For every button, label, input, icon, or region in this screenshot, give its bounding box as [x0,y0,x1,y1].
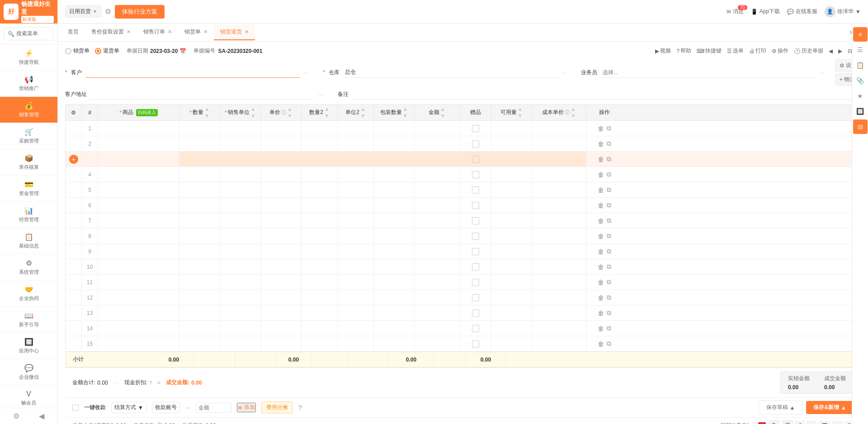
sidebar-settings-button[interactable]: ⚙ [13,412,19,420]
payment-amount-input[interactable] [195,403,231,413]
warehouse-more-icon[interactable]: ··· [561,69,567,76]
row-8-product-input[interactable] [100,233,177,239]
s-icon[interactable]: S [758,422,766,424]
row-15-product-input[interactable] [100,341,177,347]
row-1-avail-input[interactable] [493,125,530,132]
row-3-product-input[interactable] [100,156,177,162]
address-more-icon[interactable]: ··· [318,91,323,98]
row-3-copy-icon[interactable]: ⧉ [607,155,611,163]
row-1-cost[interactable] [532,121,586,136]
user-menu[interactable]: 👤 徐泽华 ▼ [825,6,861,17]
sidebar-item-apps[interactable]: 🔲 应用中心 [0,333,57,359]
row-1-avail[interactable] [491,121,532,136]
row-14-delete-icon[interactable]: 🗑 [598,325,604,332]
row-3-avail[interactable] [491,152,532,167]
video-link[interactable]: ▶ 视频 [655,47,671,55]
row-3-gift-checkbox[interactable] [472,156,479,163]
payment-add-button[interactable]: ⊕ 添加 [237,403,256,412]
warehouse-input[interactable] [343,67,557,78]
save-new-button[interactable]: 保存&新增 ▲ [806,401,854,414]
sidebar-item-finance[interactable]: 💳 资金管理 [0,176,57,202]
row-7-copy-icon[interactable]: ⧉ [607,217,611,224]
fee-split-button[interactable]: 费用分摊 [261,401,293,414]
row-14-product-input[interactable] [100,325,177,332]
history-link[interactable]: 🕐 历史单据 [794,47,823,55]
row-1-copy-icon[interactable]: ⧉ [607,124,611,132]
tab-price-setting-close[interactable]: ✕ [127,29,131,35]
row-7-gift-checkbox[interactable] [472,217,479,224]
row-2-pack[interactable] [374,136,415,151]
row-2-product[interactable] [98,136,179,151]
row-5-copy-icon[interactable]: ⧉ [607,186,611,194]
sidebar-item-guide[interactable]: 📖 新手引导 [0,307,57,333]
row-3-cost[interactable] [532,152,586,167]
row-13-copy-icon[interactable]: ⧉ [607,309,611,317]
row-2-delete-icon[interactable]: 🗑 [598,140,604,148]
row-2-unit2[interactable] [338,136,374,151]
tab-sales-order[interactable]: 销售订单 ✕ [137,24,178,40]
row-2-price[interactable] [261,136,302,151]
float-btn-7[interactable]: ⊟ [853,119,868,134]
row-1-gift[interactable] [460,121,491,136]
row-2-cost[interactable] [532,136,586,151]
row-5-delete-icon[interactable]: 🗑 [598,186,604,194]
row-1-unit-input[interactable] [222,125,259,132]
row-11-copy-icon[interactable]: ⧉ [607,278,611,286]
customer-input[interactable] [85,67,300,78]
col-header-settings[interactable]: ⚙ [66,105,82,120]
row-1-product-input[interactable] [100,125,177,132]
float-btn-3[interactable]: 📋 [853,58,868,72]
tab-sales-delivery[interactable]: 销货单 ✕ [178,24,214,40]
category-select[interactable]: 日用百货 ▼ [65,5,101,18]
row-2-gift[interactable] [460,136,491,151]
address-input[interactable] [90,89,314,100]
sidebar-item-system[interactable]: ⚙ 系统管理 [0,254,57,281]
row-3-qty2[interactable] [302,152,338,167]
row-13-gift-checkbox[interactable] [472,310,479,317]
row-15-copy-icon[interactable]: ⧉ [607,340,611,348]
row-4-copy-icon[interactable]: ⧉ [607,171,611,178]
row-1-qty-input[interactable] [181,125,218,132]
tab-sales-order-close[interactable]: ✕ [168,29,172,35]
row-1-unit2[interactable] [338,121,374,136]
sidebar-collapse-button[interactable]: ◀ [39,412,44,420]
row-11-gift-checkbox[interactable] [472,279,479,286]
image-toolbar-icon[interactable]: 🖼 [819,421,830,424]
upload-toolbar-icon[interactable]: △ [833,421,842,424]
payment-help-icon[interactable]: ? [298,404,302,411]
row-1-delete-icon[interactable]: 🗑 [598,125,604,132]
row-10-gift-checkbox[interactable] [472,263,479,271]
row-8-delete-icon[interactable]: 🗑 [598,233,604,240]
price-info-icon[interactable]: ⓘ [281,109,286,116]
sidebar-search-button[interactable]: 🔍 搜索菜单 [4,27,54,40]
row-3-unit[interactable] [220,152,261,167]
row-13-product-input[interactable] [100,310,177,316]
row-10-copy-icon[interactable]: ⧉ [607,263,611,271]
row-9-copy-icon[interactable]: ⧉ [607,248,611,255]
float-btn-2[interactable]: ☰ [853,43,868,57]
select-link[interactable]: ☰ 选单 [727,47,744,55]
float-btn-6[interactable]: 🔲 [853,104,868,119]
row-3-pack[interactable] [374,152,415,167]
row-10-delete-icon[interactable]: 🗑 [598,263,604,271]
row-11-product-input[interactable] [100,279,177,286]
row-8-copy-icon[interactable]: ⧉ [607,232,611,240]
row-13-delete-icon[interactable]: 🗑 [598,310,604,317]
row-6-gift-checkbox[interactable] [472,202,479,209]
sidebar-item-inventory[interactable]: 📦 库存核算 [0,149,57,176]
row-12-delete-icon[interactable]: 🗑 [598,294,604,301]
operate-link[interactable]: ⚙ 操作 [772,47,788,55]
row-1-cost-input[interactable] [534,125,584,132]
row-1-gift-checkbox[interactable] [472,125,479,132]
sidebar-item-basic[interactable]: 📋 基础信息 [0,228,57,254]
row-12-gift-checkbox[interactable] [472,294,479,301]
row-2-avail[interactable] [491,136,532,151]
add-toolbar-icon[interactable]: ⊕ [807,421,816,424]
row-14-copy-icon[interactable]: ⧉ [607,324,611,332]
row-2-copy-icon[interactable]: ⧉ [607,140,611,148]
discount-info-icon[interactable]: ? [149,380,152,386]
sidebar-item-marketing[interactable]: 📢 营销推广 [0,71,57,97]
row-1-price-input[interactable] [263,125,299,132]
sidebar-item-sales[interactable]: 💰 销售管理 [0,97,57,123]
save-draft-button[interactable]: 保存草稿 ▲ [759,400,803,414]
